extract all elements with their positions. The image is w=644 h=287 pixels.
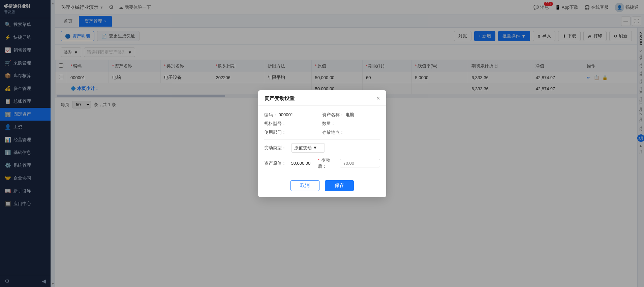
modal-change-type-field: 变动类型： 原值变动 ▼	[264, 143, 380, 153]
modal-asset-original-value: 50,000.00	[291, 161, 311, 166]
modal-dept-field: 使用部门：	[264, 129, 322, 135]
modal-code-value: 000001	[279, 112, 293, 117]
modal-asset-name-field: 资产名称： 电脑	[322, 112, 380, 118]
modal-asset-original-field: 资产原值： 50,000.00 * 变动后：	[264, 157, 380, 169]
modal-change-type-label: 变动类型：	[264, 145, 288, 151]
modal-cancel-btn[interactable]: 取消	[290, 180, 319, 191]
modal-location-field: 存放地点：	[322, 129, 380, 135]
modal-title: 资产变动设置	[264, 95, 295, 102]
modal-divider	[264, 139, 380, 140]
modal-close-btn[interactable]: ×	[376, 95, 380, 102]
modal-change-type-arrow: ▼	[313, 145, 317, 150]
modal-spec-label: 规格型号：	[264, 121, 286, 127]
modal-info-grid: 编码： 000001 资产名称： 电脑 规格型号： 数量： 使用部门：	[264, 112, 380, 135]
modal-quantity-field: 数量：	[322, 121, 380, 127]
modal-footer: 取消 保存	[258, 177, 386, 197]
modal-dept-label: 使用部门：	[264, 129, 286, 135]
modal-body: 编码： 000001 资产名称： 电脑 规格型号： 数量： 使用部门：	[258, 106, 386, 177]
modal-save-btn[interactable]: 保存	[325, 180, 354, 191]
modal-overlay: 资产变动设置 × 编码： 000001 资产名称： 电脑 规格型号： 数量：	[0, 0, 644, 287]
modal-change-type-select[interactable]: 原值变动 ▼	[291, 143, 325, 153]
modal-asset-name-value: 电脑	[345, 112, 354, 118]
modal-spec-field: 规格型号：	[264, 121, 322, 127]
modal-after-change-label: * 变动后：	[318, 157, 336, 169]
modal-code-field: 编码： 000001	[264, 112, 322, 118]
modal-change-type-value: 原值变动	[294, 145, 312, 151]
modal-after-change-input[interactable]	[340, 159, 380, 167]
modal-quantity-label: 数量：	[322, 121, 335, 127]
modal-asset-original-label: 资产原值：	[264, 160, 288, 166]
modal-header: 资产变动设置 ×	[258, 90, 386, 106]
modal-asset-name-label: 资产名称：	[322, 112, 344, 118]
modal-location-label: 存放地点：	[322, 129, 344, 135]
asset-change-modal: 资产变动设置 × 编码： 000001 资产名称： 电脑 规格型号： 数量：	[258, 90, 386, 197]
modal-code-label: 编码：	[264, 112, 277, 118]
